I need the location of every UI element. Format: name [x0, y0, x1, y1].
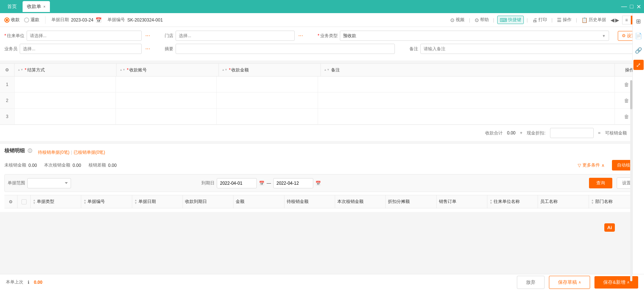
store-label: 门店: [165, 33, 173, 39]
more-conditions-btn[interactable]: ▽ 更多条件 ∧: [578, 162, 605, 168]
amount-input-1[interactable]: [218, 79, 316, 90]
td-amount-3[interactable]: [217, 109, 318, 124]
help-btn[interactable]: ⊙ 帮助: [473, 16, 490, 24]
refund-radio[interactable]: 退款: [24, 17, 39, 23]
remark-input-3[interactable]: [319, 111, 613, 122]
td-remark-3[interactable]: [318, 109, 615, 124]
reconcile-info-icon[interactable]: ⓘ: [28, 148, 32, 154]
remark-input-2[interactable]: [319, 95, 613, 106]
receipt-table: ⚙ ▲▼ *结算方式 ▲▼ *收款账号 ▲▼ *收款金额 ▲▼ 备注 操作 1 …: [0, 63, 644, 125]
td-remark-1[interactable]: [318, 77, 615, 92]
summary-label: 摘要: [165, 46, 173, 52]
td-remark-2[interactable]: [318, 93, 615, 108]
scrollbar-thumb[interactable]: [630, 80, 632, 109]
discount-input[interactable]: [550, 128, 594, 138]
nav-next-btn[interactable]: ▶: [615, 17, 619, 23]
remark-input-1[interactable]: [319, 79, 613, 90]
bottom-gear-icon[interactable]: ⚙: [4, 195, 17, 208]
nav-tab-home[interactable]: 首页: [3, 1, 21, 12]
bth-staff: 员工名称: [538, 195, 589, 208]
td-settlement-1[interactable]: [15, 77, 116, 92]
summary-row: 收款合计 0.00 + 现金折扣: = 可核销金额 0.00: [0, 125, 644, 141]
pending-tab[interactable]: 待核销单据(0笔): [38, 149, 70, 156]
bottom-checkbox-all[interactable]: [17, 195, 31, 208]
counterpart-input[interactable]: [27, 31, 142, 41]
panel-expand-icon[interactable]: ⤢: [633, 60, 644, 70]
staff-input[interactable]: [20, 44, 142, 54]
panel-table-icon[interactable]: ⊞: [633, 16, 644, 26]
history-btn[interactable]: 📋 历史单据: [580, 16, 608, 24]
date-range: 📅 — 📅: [217, 178, 321, 188]
nav-tab-receipt[interactable]: 收款单 ×: [23, 1, 50, 12]
td-amount-1[interactable]: [217, 77, 318, 92]
actions-btn[interactable]: ☰ 操作: [555, 16, 573, 24]
remark-input[interactable]: [420, 44, 640, 54]
list-view-btn[interactable]: ≡: [622, 16, 631, 24]
biz-type-select[interactable]: 预收款 ▼: [340, 31, 609, 41]
staff-label: 业务员: [4, 46, 17, 52]
account-input-3[interactable]: [117, 111, 215, 122]
date-icon[interactable]: 📅: [95, 17, 102, 23]
table-gear-icon[interactable]: ⚙: [0, 64, 15, 76]
due-date-label: 到期日: [201, 180, 215, 186]
window-close-button[interactable]: ✕: [636, 3, 641, 10]
query-button[interactable]: 查询: [589, 178, 612, 188]
video-btn[interactable]: ⊙ 视频: [449, 16, 466, 24]
row-delete-btn-1[interactable]: 🗑: [624, 82, 629, 87]
print-btn[interactable]: 🖨 打印: [531, 16, 549, 24]
settlement-input-1[interactable]: [16, 79, 114, 90]
date-from-input[interactable]: [217, 178, 257, 188]
amount-input-2[interactable]: [218, 95, 316, 106]
reconcile-section: 核销明细 ⓘ 待核销单据(0笔) | 已核销单据(0笔) 未核销金额 0.00 …: [0, 144, 644, 212]
td-amount-2[interactable]: [217, 93, 318, 108]
amount-input-3[interactable]: [218, 111, 316, 122]
summary-input[interactable]: [176, 44, 395, 54]
settlement-input-3[interactable]: [16, 111, 114, 122]
window-min-button[interactable]: —: [621, 3, 627, 10]
reconcile-title: 核销明细 ⓘ: [4, 148, 32, 154]
tab-close-icon[interactable]: ×: [43, 5, 46, 9]
unreconciled-stat: 未核销金额 0.00: [4, 162, 37, 168]
store-more-btn[interactable]: ···: [298, 32, 303, 39]
footer-info-icon: ℹ: [28, 280, 30, 285]
scrollbar[interactable]: [630, 73, 632, 274]
counterpart-more-btn[interactable]: ···: [145, 32, 150, 39]
save-draft-button[interactable]: 保存草稿 ∧: [549, 276, 590, 289]
search-area: 单据范围 到期日 📅 — 📅 查询 设置: [4, 174, 640, 192]
account-input-2[interactable]: [117, 95, 215, 106]
video-icon: ⊙: [450, 17, 455, 23]
date-to-input[interactable]: [273, 178, 313, 188]
range-select[interactable]: [27, 178, 71, 188]
row-delete-btn-3[interactable]: 🗑: [624, 114, 629, 119]
footer-label: 本单上次: [6, 279, 23, 285]
row-num-2: 2: [0, 93, 15, 108]
toolbar: 收款 退款 单据日期 2023-03-24 📅 单据编号 SK-20230324…: [0, 13, 644, 27]
row-delete-btn-2[interactable]: 🗑: [624, 98, 629, 103]
done-tab[interactable]: 已核销单据(0笔): [74, 149, 105, 156]
account-input-1[interactable]: [117, 79, 215, 90]
td-account-3[interactable]: [116, 109, 217, 124]
current-reconcile-stat: 本次核销金额 0.00: [44, 162, 81, 168]
bth-pending-amount: 待核销金额: [284, 195, 335, 208]
td-settlement-3[interactable]: [15, 109, 116, 124]
ai-badge[interactable]: Ai: [604, 223, 615, 232]
td-account-1[interactable]: [116, 77, 217, 92]
biz-type-value: 预收款: [343, 33, 356, 39]
panel-attachment-icon[interactable]: 🔗: [633, 45, 644, 55]
save-new-arrow-icon: ∧: [627, 280, 629, 284]
remark-label: 备注: [409, 46, 418, 52]
shortcut-btn[interactable]: ⌨ 快捷键: [497, 16, 524, 24]
panel-document-icon[interactable]: 📄: [633, 31, 644, 41]
receipt-radio[interactable]: 收款: [4, 17, 20, 23]
nav-prev-btn[interactable]: ◀: [610, 17, 614, 23]
bth-counterpart: ▲▼ 往来单位名称: [487, 195, 538, 208]
checkbox-icon[interactable]: [21, 199, 27, 204]
settlement-input-2[interactable]: [16, 95, 114, 106]
abandon-button[interactable]: 放弃: [517, 276, 545, 289]
window-max-button[interactable]: □: [630, 3, 633, 10]
store-input[interactable]: [176, 31, 295, 41]
td-settlement-2[interactable]: [15, 93, 116, 108]
td-account-2[interactable]: [116, 93, 217, 108]
staff-more-btn[interactable]: ···: [145, 46, 150, 52]
bth-current-amount: 本次核销金额: [335, 195, 386, 208]
